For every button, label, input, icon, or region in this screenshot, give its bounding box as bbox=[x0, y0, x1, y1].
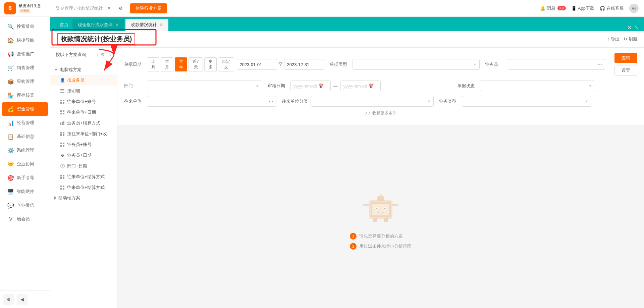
sidebar-item-purchase[interactable]: 📦 采购管理 bbox=[2, 75, 48, 88]
condition-row-3: 往来单位 ··· 往来单位分类 ▼ bbox=[124, 96, 637, 107]
svg-rect-39 bbox=[363, 204, 369, 206]
sidebar-item-finance[interactable]: 💰 资金管理 bbox=[2, 102, 48, 116]
counterparty-more-btn[interactable]: ··· bbox=[269, 98, 273, 104]
voucher-type-condition: 单据类型 ▼ bbox=[330, 59, 480, 70]
sidebar-item-hardware[interactable]: 🖥️ 智能硬件 bbox=[2, 185, 48, 198]
sidebar-item-member[interactable]: V 畅会员 bbox=[2, 212, 48, 226]
tab-bank-flow[interactable]: 现金银行流水查询 ✕ bbox=[72, 19, 124, 31]
table-icon-4 bbox=[60, 142, 65, 147]
audit-date-start-input[interactable]: yyyy-mm-dd 📅 bbox=[290, 81, 331, 91]
tab-payment-stats-close[interactable]: ✕ bbox=[160, 22, 163, 27]
department-select[interactable]: ▼ bbox=[147, 81, 262, 91]
query-submit-btn[interactable]: 查询 bbox=[614, 53, 637, 63]
scheme-collapse-btn[interactable]: 《 bbox=[107, 52, 112, 58]
scheme-item-dept-date[interactable]: 🕐 部门+日期 bbox=[50, 161, 117, 171]
svg-rect-5 bbox=[60, 102, 62, 104]
scheme-group-mobile-header[interactable]: 移动端方案 bbox=[50, 193, 117, 203]
tab-home[interactable]: 首页 bbox=[56, 19, 72, 31]
sidebar-item-basic[interactable]: 📋 基础信息 bbox=[2, 130, 48, 143]
date-btn-more[interactable]: 更多 bbox=[204, 57, 217, 71]
sidebar-item-marketing[interactable]: 📢 营销推广 bbox=[2, 47, 48, 61]
dropdown-arrow-icon[interactable]: ▼ bbox=[107, 6, 111, 11]
sidebar-item-sales[interactable]: 🛒 销售管理 bbox=[2, 61, 48, 74]
tab-maximize-btn[interactable]: ⤡ bbox=[634, 24, 639, 31]
business-type-select[interactable]: ▼ bbox=[462, 96, 591, 107]
query-settings-btn[interactable]: 设置 bbox=[614, 65, 637, 76]
scheme-item-salesperson[interactable]: 👤 按业务员 bbox=[50, 75, 117, 86]
scheme-item-salesperson-settlement[interactable]: 业务员+结算方式 bbox=[50, 118, 117, 129]
tab-bank-flow-label: 现金银行流水查询 bbox=[78, 22, 113, 28]
voucher-type-select[interactable]: ▼ bbox=[353, 59, 480, 70]
nav-icon: 🏠 bbox=[7, 37, 14, 44]
sidebar-item-search[interactable]: 🔍 搜索菜单 bbox=[2, 20, 48, 33]
group-desktop-label: 电脑端方案 bbox=[60, 67, 82, 73]
date-start-input[interactable]: 2023-01-01 bbox=[237, 59, 277, 70]
date-label: 单据日期 bbox=[124, 61, 144, 67]
date-btn-last-month[interactable]: 上月 bbox=[147, 57, 159, 71]
date-btn-this-year[interactable]: 本年 bbox=[175, 57, 187, 71]
group-expand-icon bbox=[54, 69, 58, 71]
list-icon bbox=[60, 88, 65, 94]
refresh-btn[interactable]: ↻ 刷新 bbox=[624, 36, 637, 42]
sidebar-item-system[interactable]: ⚙️ 系统管理 bbox=[2, 144, 48, 157]
operation-icon: 📊 bbox=[7, 119, 14, 126]
clock-icon: 🕐 bbox=[60, 163, 65, 169]
date-btn-this-month[interactable]: 本月 bbox=[161, 57, 173, 71]
home-label: 首页 bbox=[60, 22, 68, 28]
online-service-btn[interactable]: 🎧 在线客服 bbox=[600, 5, 624, 11]
user-avatar[interactable]: Rit bbox=[629, 4, 639, 13]
scheme-group-desktop-header[interactable]: 电脑端方案 bbox=[50, 65, 117, 75]
page-title-actions: ↑ 导出 ↻ 刷新 bbox=[607, 36, 638, 42]
collapse-bar[interactable]: ∧∧ 收起更多条件 bbox=[124, 107, 637, 119]
logo-icon: 6 bbox=[4, 2, 16, 14]
counterparty-category-select[interactable]: ▼ bbox=[311, 96, 434, 107]
scheme-item-partner-settlement-1[interactable]: 往来单位+结算方式 bbox=[50, 171, 117, 182]
export-btn[interactable]: ↑ 导出 bbox=[607, 36, 620, 42]
sidebar-item-wechat[interactable]: 💬 企业微信 bbox=[2, 199, 48, 212]
svg-rect-29 bbox=[63, 188, 64, 190]
settings-gear-btn[interactable]: ⚙ bbox=[3, 294, 14, 305]
voucher-status-select[interactable]: ▼ bbox=[480, 81, 595, 91]
scheme-add-btn[interactable]: + bbox=[96, 52, 99, 57]
scheme-item-partner-settlement-2[interactable]: 往来单位+结算方式 bbox=[50, 182, 117, 193]
service-icon: 🎧 bbox=[600, 6, 605, 11]
header-settings-btn[interactable]: ⚙ bbox=[115, 3, 126, 14]
svg-rect-20 bbox=[60, 145, 62, 147]
sidebar-item-guide[interactable]: 🎯 新手引导 bbox=[2, 171, 48, 185]
bell-icon: 🔔 bbox=[540, 6, 545, 11]
header-right: 🔔 消息 99+ 📱 App下载 🎧 在线客服 Rit bbox=[540, 4, 639, 13]
tab-payment-stats[interactable]: 收款情况统计 ✕ bbox=[125, 19, 168, 31]
sidebar-collapse-btn[interactable]: ◀ bbox=[17, 294, 28, 305]
counterparty-select[interactable]: ··· bbox=[147, 96, 276, 107]
svg-rect-26 bbox=[60, 186, 62, 187]
scheme-settings-btn[interactable]: ⚙ bbox=[101, 52, 105, 57]
svg-point-36 bbox=[384, 208, 385, 209]
counterparty-category-condition: 往来单位分类 ▼ bbox=[282, 96, 434, 107]
scheme-item-partner-account[interactable]: 往来单位+账号 bbox=[50, 96, 117, 107]
finance-icon: 💰 bbox=[7, 106, 14, 112]
date-end-input[interactable]: 2023-12-31 bbox=[284, 59, 324, 70]
trial-button[interactable]: 体验行业方案 bbox=[130, 3, 167, 13]
scheme-item-detail[interactable]: 按明细 bbox=[50, 86, 117, 96]
page-content: 收款情况统计(按业务员) ↑ 导出 ↻ 刷新 按以下方案查询 + bbox=[50, 31, 644, 308]
scheme-item-salesperson-date[interactable]: ⚙ 业务员+日期 bbox=[50, 150, 117, 161]
app-download-btn[interactable]: 📱 App下载 bbox=[571, 5, 594, 11]
sidebar-item-operation[interactable]: 📊 经营管理 bbox=[2, 116, 48, 130]
grid-icon bbox=[60, 174, 65, 179]
scheme-item-partner-date[interactable]: 往来单位+日期 bbox=[50, 107, 117, 118]
date-btn-custom[interactable]: 自定义 bbox=[218, 57, 234, 71]
salesperson-more-btn[interactable]: ··· bbox=[598, 61, 602, 67]
sidebar-item-collab[interactable]: 🤝 企业协同 bbox=[2, 157, 48, 171]
date-btn-7days[interactable]: 近7天 bbox=[189, 57, 203, 71]
scheme-item-partner-dept[interactable]: 按往来单位+部门+收... bbox=[50, 129, 117, 139]
scheme-item-salesperson-account[interactable]: 业务员+账号 bbox=[50, 139, 117, 150]
condition-row-2: 部门 ▼ 审核日期 yyyy-mm-dd 📅 bbox=[124, 81, 637, 91]
audit-date-end-input[interactable]: yyyy-mm-dd 📅 bbox=[340, 81, 381, 91]
tab-close-window-btn[interactable]: ✕ bbox=[627, 24, 632, 31]
sidebar-item-inventory[interactable]: 🏪 库存核算 bbox=[2, 89, 48, 102]
notification-btn[interactable]: 🔔 消息 99+ bbox=[540, 5, 566, 11]
sidebar-item-quicknav[interactable]: 🏠 快捷导航 bbox=[2, 34, 48, 47]
salesperson-select[interactable]: ··· bbox=[508, 59, 605, 70]
tab-bank-flow-close[interactable]: ✕ bbox=[115, 22, 119, 27]
voucher-status-condition: 单据状态 ▼ bbox=[457, 81, 595, 91]
